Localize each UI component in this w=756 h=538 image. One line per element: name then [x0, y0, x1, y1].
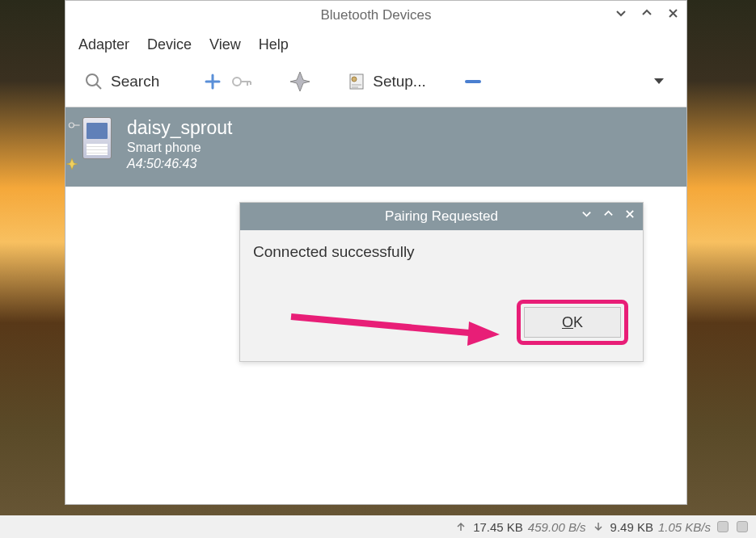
menu-help[interactable]: Help — [259, 36, 289, 53]
dialog-close-button[interactable] — [625, 208, 635, 221]
ok-button-highlight: OK — [517, 300, 628, 345]
plus-icon — [204, 73, 222, 90]
menubar: Adapter Device View Help — [65, 30, 686, 60]
search-button[interactable]: Search — [77, 68, 166, 95]
setup-label: Setup... — [373, 73, 426, 90]
svg-point-0 — [87, 74, 98, 86]
chevron-down-icon — [581, 208, 592, 219]
close-icon — [668, 8, 678, 19]
system-tray: 17.45 KB 459.00 B/s 9.49 KB 1.05 KB/s — [0, 515, 756, 538]
setup-button[interactable]: Setup... — [347, 72, 426, 91]
device-row[interactable]: daisy_sprout Smart phone A4:50:46:43 — [65, 107, 686, 187]
menu-adapter[interactable]: Adapter — [78, 36, 129, 53]
close-icon — [625, 209, 635, 219]
toolbar-overflow-button[interactable] — [653, 74, 665, 89]
trusted-star-icon — [65, 158, 78, 170]
device-icon-column — [77, 117, 117, 159]
tray-applet-1[interactable] — [716, 519, 730, 534]
device-address: A4:50:46:43 — [127, 157, 675, 171]
pair-key-button[interactable] — [230, 70, 253, 93]
titlebar-controls — [614, 6, 680, 20]
menu-view[interactable]: View — [209, 36, 241, 53]
triangle-down-icon — [653, 76, 665, 86]
svg-point-2 — [233, 78, 241, 86]
dialog-maximize-button[interactable] — [603, 208, 614, 221]
minus-icon — [464, 73, 482, 90]
window-titlebar: Bluetooth Devices — [65, 1, 686, 30]
window-title: Bluetooth Devices — [320, 7, 431, 23]
upload-rate: 459.00 B/s — [528, 520, 586, 534]
toolbar: Search — [65, 60, 686, 107]
device-type: Smart phone — [127, 141, 675, 155]
tray-applet-2[interactable] — [735, 519, 750, 534]
download-total: 9.49 KB — [610, 520, 653, 534]
search-label: Search — [111, 73, 159, 90]
add-device-button[interactable] — [201, 70, 224, 93]
paired-key-icon — [67, 120, 82, 130]
star-icon — [289, 70, 311, 93]
smartphone-icon — [82, 117, 112, 159]
download-rate: 1.05 KB/s — [658, 520, 711, 534]
pairing-dialog-body: Connected successfully OK — [240, 230, 643, 361]
svg-point-7 — [352, 77, 357, 82]
close-button[interactable] — [665, 6, 680, 20]
upload-arrow-icon — [454, 519, 468, 534]
chevron-up-icon — [603, 208, 614, 219]
menu-device[interactable]: Device — [147, 36, 192, 53]
ok-button[interactable]: OK — [524, 307, 621, 338]
setup-icon — [347, 72, 366, 91]
trust-button[interactable] — [289, 70, 311, 93]
chevron-up-icon — [641, 7, 653, 19]
chevron-down-icon — [615, 7, 627, 19]
minimize-button[interactable] — [614, 6, 628, 20]
dialog-minimize-button[interactable] — [581, 208, 592, 221]
pairing-dialog-actions: OK — [253, 300, 628, 345]
device-name: daisy_sprout — [127, 117, 675, 139]
remove-device-button[interactable] — [462, 70, 484, 93]
svg-line-1 — [96, 84, 101, 89]
pairing-dialog: Pairing Requested Connected successfully… — [239, 202, 644, 362]
pairing-message: Connected successfully — [253, 243, 628, 261]
device-info: daisy_sprout Smart phone A4:50:46:43 — [127, 117, 675, 171]
upload-total: 17.45 KB — [473, 520, 523, 534]
pairing-dialog-controls — [581, 208, 635, 221]
search-icon — [83, 71, 104, 92]
device-list: daisy_sprout Smart phone A4:50:46:43 — [65, 107, 686, 187]
svg-rect-6 — [350, 74, 363, 89]
pairing-dialog-title: Pairing Requested — [385, 208, 498, 225]
pairing-dialog-titlebar: Pairing Requested — [240, 203, 643, 230]
key-icon — [231, 74, 252, 90]
svg-point-8 — [69, 123, 74, 128]
download-arrow-icon — [591, 519, 606, 534]
maximize-button[interactable] — [640, 6, 654, 20]
